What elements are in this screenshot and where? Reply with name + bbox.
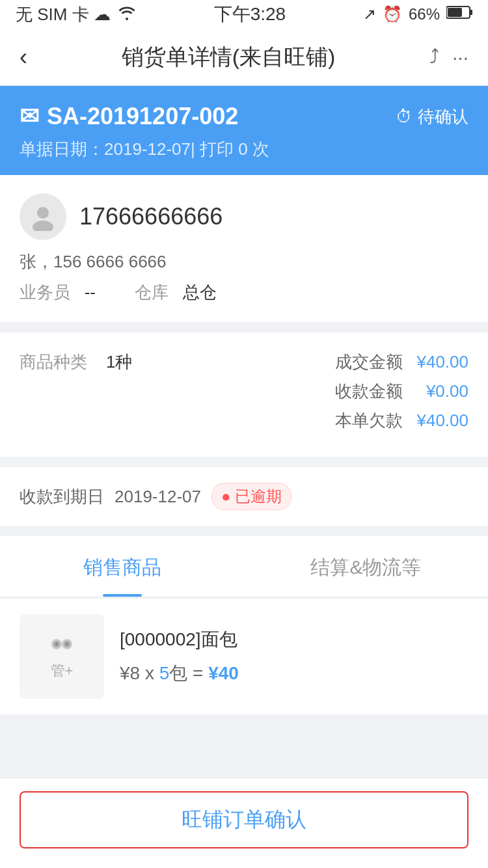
svg-point-3 [37, 207, 49, 219]
bottom-bar: 旺铺订单确认 [0, 778, 488, 868]
product-section: 管+ [0000002]面包 ¥8 x 5包 = ¥40 [0, 599, 488, 714]
due-date-label: 收款到期日 [20, 485, 104, 508]
customer-phone: 17666666666 [79, 203, 223, 230]
summary-left: 商品种类 1种 [20, 351, 132, 373]
header-card: ✉ SA-20191207-002 ⏱ 待确认 单据日期：2019-12-07|… [0, 86, 488, 175]
product-qty: 5 [159, 663, 170, 683]
product-name: [0000002]面包 [120, 627, 468, 652]
amount-label: 成交金额 [335, 351, 403, 373]
price-unit: ¥8 [120, 663, 140, 683]
battery-text: 66% [409, 5, 440, 23]
svg-point-10 [66, 643, 68, 645]
staff-label: 业务员 [20, 282, 70, 302]
amount-row-2: 收款金额 ¥0.00 [335, 380, 468, 403]
product-thumbnail: 管+ [20, 614, 104, 699]
location-icon: ↗ [363, 5, 376, 23]
tab-sales-product[interactable]: 销售商品 [0, 536, 244, 597]
more-button[interactable]: ··· [452, 46, 468, 68]
nav-title: 销货单详情(来自旺铺) [122, 42, 336, 72]
nav-right: ⤴ ··· [429, 46, 468, 68]
status-time: 下午3:28 [214, 2, 286, 27]
product-logo-text: 管+ [51, 661, 74, 681]
tabs-row: 销售商品 结算&物流等 [0, 536, 488, 597]
due-section: 收款到期日 2019-12-07 ● 已逾期 [0, 467, 488, 526]
product-type-value: 1种 [106, 352, 132, 372]
order-icon: ✉ [20, 103, 39, 130]
summary-row: 商品种类 1种 成交金额 ¥40.00 收款金额 ¥0.00 本单欠款 ¥40.… [20, 351, 468, 439]
order-status: ⏱ 待确认 [396, 105, 468, 128]
svg-point-9 [55, 643, 58, 645]
svg-point-4 [33, 221, 53, 231]
warehouse-value: 总仓 [183, 282, 217, 302]
status-left: 无 SIM 卡 ☁ [16, 3, 137, 26]
sim-status: 无 SIM 卡 ☁ [16, 3, 111, 26]
share-button[interactable]: ⤴ [429, 46, 439, 68]
battery-icon [446, 5, 472, 23]
product-info: [0000002]面包 ¥8 x 5包 = ¥40 [120, 627, 468, 686]
status-clock-icon: ⏱ [396, 107, 413, 127]
amount-value: ¥40.00 [416, 352, 468, 372]
product-price: ¥8 x 5包 = ¥40 [120, 661, 468, 686]
header-card-top: ✉ SA-20191207-002 ⏱ 待确认 [20, 103, 468, 130]
wifi-icon [117, 5, 137, 25]
owed-label: 本单欠款 [335, 409, 403, 432]
customer-section: 17666666666 张，156 6666 6666 业务员 -- 仓库 总仓 [0, 175, 488, 322]
nav-bar: ‹ 销货单详情(来自旺铺) ⤴ ··· [0, 29, 488, 86]
status-right: ↗ ⏰ 66% [363, 5, 472, 23]
svg-rect-1 [470, 10, 472, 15]
summary-right: 成交金额 ¥40.00 收款金额 ¥0.00 本单欠款 ¥40.00 [335, 351, 468, 439]
product-unit: 包 [169, 663, 187, 683]
status-bar: 无 SIM 卡 ☁ 下午3:28 ↗ ⏰ 66% [0, 0, 488, 29]
overdue-icon: ● [221, 487, 231, 506]
svg-rect-2 [448, 8, 462, 17]
customer-name: 张，156 6666 6666 [20, 251, 468, 273]
customer-meta: 业务员 -- 仓库 总仓 [20, 281, 468, 304]
summary-section: 商品种类 1种 成交金额 ¥40.00 收款金额 ¥0.00 本单欠款 ¥40.… [0, 332, 488, 457]
tab-settlement[interactable]: 结算&物流等 [244, 536, 488, 597]
back-button[interactable]: ‹ [20, 44, 27, 71]
received-label: 收款金额 [335, 380, 403, 403]
product-type-label: 商品种类 [20, 352, 87, 372]
received-value: ¥0.00 [426, 381, 468, 401]
order-date: 单据日期：2019-12-07| 打印 0 次 [20, 138, 468, 161]
amount-row-1: 成交金额 ¥40.00 [335, 351, 468, 373]
overdue-text: 已逾期 [235, 486, 282, 507]
overdue-badge: ● 已逾期 [211, 483, 291, 510]
due-date-value: 2019-12-07 [115, 487, 201, 507]
avatar [20, 193, 66, 240]
amount-row-3: 本单欠款 ¥40.00 [335, 409, 468, 432]
customer-row: 17666666666 [20, 193, 468, 240]
order-number: ✉ SA-20191207-002 [20, 103, 238, 130]
product-total: ¥40 [208, 663, 239, 683]
confirm-button[interactable]: 旺铺订单确认 [20, 791, 468, 848]
tabs-section: 销售商品 结算&物流等 [0, 536, 488, 597]
staff-value: -- [85, 282, 96, 302]
warehouse-label: 仓库 [135, 282, 169, 302]
alarm-icon: ⏰ [383, 5, 402, 23]
owed-value: ¥40.00 [416, 411, 468, 431]
nav-left: ‹ [20, 44, 27, 71]
